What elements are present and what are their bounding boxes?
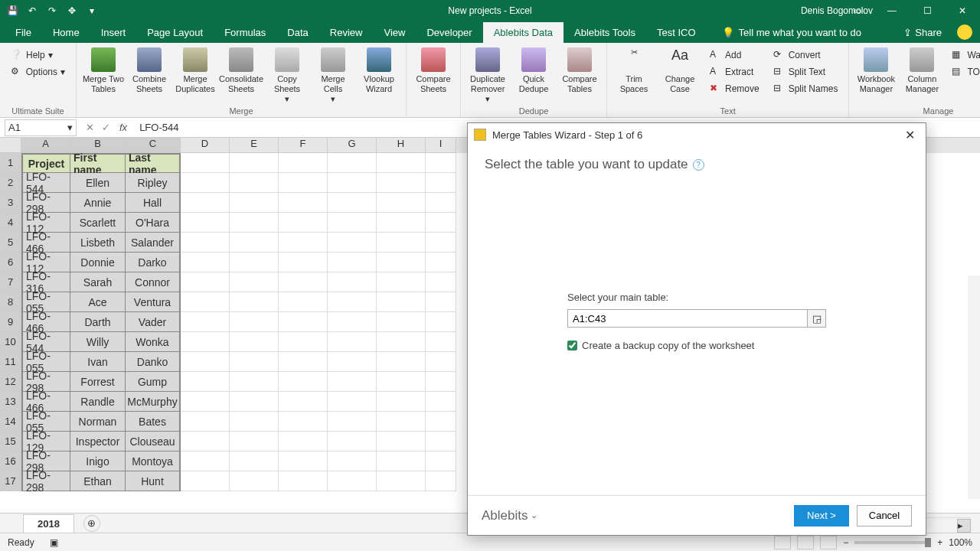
backup-checkbox[interactable] (567, 341, 577, 350)
cell[interactable] (426, 392, 456, 412)
cell[interactable] (377, 352, 426, 372)
macro-record-icon[interactable]: ▣ (50, 537, 58, 548)
cell[interactable] (426, 272, 456, 292)
cell[interactable] (328, 292, 377, 312)
cell[interactable] (230, 173, 279, 193)
cell[interactable] (328, 253, 377, 272)
cell[interactable]: McMurphy (126, 392, 181, 412)
row-header[interactable]: 6 (0, 253, 21, 272)
row-header[interactable]: 8 (0, 292, 21, 312)
cell[interactable] (328, 213, 377, 233)
cell[interactable] (279, 213, 328, 233)
cell[interactable] (377, 193, 426, 213)
watermarks-button[interactable]: ▦Watermarks (949, 47, 980, 63)
cell[interactable] (328, 412, 377, 432)
help-dropdown[interactable]: ❔Help ▾ (8, 47, 68, 63)
combine-sheets-button[interactable]: Combine Sheets (127, 46, 172, 105)
cell[interactable] (279, 193, 328, 213)
cell[interactable] (181, 292, 230, 312)
close-icon[interactable]: ✕ (945, 0, 980, 21)
cell[interactable]: Danko (126, 352, 181, 372)
cell[interactable] (426, 432, 456, 452)
cell[interactable] (181, 471, 230, 491)
cell[interactable] (181, 213, 230, 233)
cell[interactable]: Ivan (70, 352, 126, 372)
cell[interactable] (279, 272, 328, 292)
cell[interactable] (426, 372, 456, 392)
cell[interactable] (181, 412, 230, 432)
cell[interactable] (426, 213, 456, 233)
cell[interactable] (279, 412, 328, 432)
duplicate-remover-button[interactable]: Duplicate Remover ▾ (466, 46, 510, 105)
cell[interactable] (181, 332, 230, 352)
cell[interactable]: Clouseau (126, 432, 181, 452)
row-header[interactable]: 11 (0, 352, 21, 372)
cell[interactable] (279, 173, 328, 193)
merge-cells-button[interactable]: Merge Cells ▾ (311, 46, 355, 105)
cell[interactable] (426, 292, 456, 312)
cell[interactable] (181, 272, 230, 292)
cell[interactable] (279, 471, 328, 491)
cell[interactable] (230, 372, 279, 392)
quick-dedupe-button[interactable]: Quick Dedupe (511, 46, 556, 105)
col-header-e[interactable]: E (230, 138, 279, 153)
cell[interactable]: Vader (126, 312, 181, 332)
cell[interactable] (426, 332, 456, 352)
cell[interactable] (328, 392, 377, 412)
tab-insert[interactable]: Insert (90, 22, 137, 43)
col-header-i[interactable]: I (426, 138, 456, 153)
cell[interactable] (279, 372, 328, 392)
col-header-f[interactable]: F (279, 138, 328, 153)
save-icon[interactable]: 💾 (5, 3, 20, 18)
cell[interactable] (279, 253, 328, 272)
cell[interactable]: Willy (70, 332, 126, 352)
cell[interactable] (279, 292, 328, 312)
undo-icon[interactable]: ↶ (24, 3, 40, 18)
col-header-h[interactable]: H (377, 138, 426, 153)
workbook-manager-button[interactable]: Workbook Manager (854, 46, 898, 105)
range-select-button[interactable]: ◲ (808, 309, 826, 328)
cell[interactable]: Lisbeth (70, 233, 126, 253)
cell[interactable] (426, 153, 456, 173)
cell[interactable] (181, 372, 230, 392)
cell[interactable]: Ventura (126, 292, 181, 312)
cell[interactable] (181, 153, 230, 173)
cell[interactable] (181, 452, 230, 471)
zoom-in-icon[interactable]: + (937, 537, 942, 548)
cell[interactable]: Montoya (126, 452, 181, 471)
cell[interactable] (426, 412, 456, 432)
cell[interactable] (377, 253, 426, 272)
cell[interactable]: Salander (126, 233, 181, 253)
row-header[interactable]: 3 (0, 193, 21, 213)
cell[interactable]: O'Hara (126, 213, 181, 233)
cell[interactable] (279, 432, 328, 452)
cell[interactable] (328, 352, 377, 372)
row-header[interactable]: 5 (0, 233, 21, 253)
cell[interactable] (181, 253, 230, 272)
cell[interactable] (328, 372, 377, 392)
vlookup-wizard-button[interactable]: Vlookup Wizard (357, 46, 401, 105)
enter-formula-icon[interactable]: ✓ (102, 122, 110, 133)
cell[interactable]: Bates (126, 412, 181, 432)
cell[interactable] (279, 233, 328, 253)
redo-icon[interactable]: ↷ (44, 3, 60, 18)
col-header-a[interactable]: A (21, 138, 70, 153)
tab-page-layout[interactable]: Page Layout (136, 22, 214, 43)
add-text-button[interactable]: AAdd (707, 47, 763, 63)
split-text-button[interactable]: ⊟Split Text (770, 64, 841, 80)
cell[interactable]: Annie (70, 193, 126, 213)
cell[interactable]: Connor (126, 272, 181, 292)
cell[interactable] (181, 432, 230, 452)
col-header-d[interactable]: D (181, 138, 230, 153)
remove-text-button[interactable]: ✖Remove (707, 81, 763, 96)
change-case-button[interactable]: AaChange Case (658, 46, 702, 105)
scroll-right-icon[interactable]: ▸ (957, 519, 971, 533)
cancel-formula-icon[interactable]: ✕ (86, 122, 94, 133)
share-button[interactable]: ⇪ Share (903, 27, 942, 38)
cell[interactable] (230, 332, 279, 352)
cell[interactable] (426, 193, 456, 213)
tab-ablebits-data[interactable]: Ablebits Data (483, 22, 564, 43)
cell[interactable] (279, 452, 328, 471)
cell[interactable] (181, 352, 230, 372)
cell[interactable] (328, 153, 377, 173)
